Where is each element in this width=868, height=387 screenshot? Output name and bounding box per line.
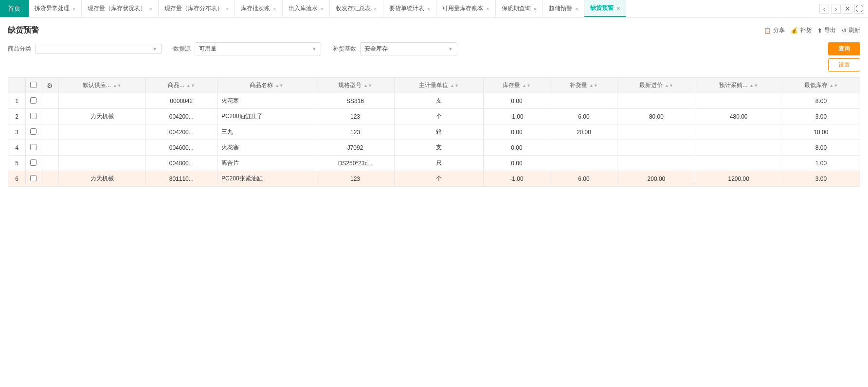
cell-num-2: 3 <box>8 124 26 140</box>
tab-stock2-close-icon[interactable]: × <box>226 6 229 12</box>
th-estimate: 预计采购... ▲▼ <box>695 78 782 93</box>
cell-check-5[interactable] <box>26 171 41 187</box>
cell-stock-0: 0.00 <box>483 93 550 109</box>
cell-num-3: 4 <box>8 140 26 156</box>
table-row: 2 力天机械 004200... PC200油缸庄子 123 个 -1.00 6… <box>8 109 860 124</box>
filter-datasource-select[interactable]: 可用量 ▼ <box>195 42 321 55</box>
cell-stock-3: 0.00 <box>483 140 550 156</box>
th-unit: 主计量单位 ▲▼ <box>395 78 483 93</box>
tab-shortage-close-icon[interactable]: × <box>616 5 619 11</box>
row-checkbox-1[interactable] <box>30 113 36 119</box>
tab-shortage-label: 缺货预警 <box>590 4 614 12</box>
cell-replenish-3 <box>550 140 617 156</box>
cell-check-2[interactable] <box>26 124 41 140</box>
row-checkbox-2[interactable] <box>30 128 36 135</box>
nav-next-btn[interactable]: › <box>831 4 841 14</box>
cell-supplier-0 <box>59 93 146 109</box>
tab-expiry-close-icon[interactable]: × <box>534 6 537 12</box>
cell-check-1[interactable] <box>26 109 41 124</box>
tab-home[interactable]: 首页 <box>0 0 29 17</box>
cell-code-5: 801110... <box>145 171 217 187</box>
row-checkbox-5[interactable] <box>30 175 36 181</box>
nav-fullscreen-btn[interactable]: ⛶ <box>854 4 864 14</box>
th-name-sort-icon[interactable]: ▲▼ <box>275 83 284 88</box>
row-checkbox-3[interactable] <box>30 144 36 150</box>
tab-inout-close-icon[interactable]: × <box>321 6 324 12</box>
tab-overstock[interactable]: 超储预警× <box>543 0 584 17</box>
row-checkbox-4[interactable] <box>30 159 36 166</box>
settings-gear-icon[interactable]: ⚙ <box>47 82 53 89</box>
settings-button[interactable]: 设置 <box>828 58 860 71</box>
filter-replenish-group: 补货基数 安全库存 ▼ <box>333 42 457 55</box>
cell-settings-0 <box>41 93 59 109</box>
tab-demand-close-icon[interactable]: × <box>427 6 430 12</box>
top-nav: 首页 拣货异常处理×现存量（库存状况表）×现存量（库存分布表）×库存批次账×出入… <box>0 0 868 18</box>
table-row: 4 004600... 火花塞 J7092 支 0.00 8.00 <box>8 140 860 156</box>
th-code-sort-icon[interactable]: ▲▼ <box>186 83 195 88</box>
tab-inout[interactable]: 出入库流水× <box>283 0 330 17</box>
header-actions: 📋 分享 💰 补货 ⬆ 导出 ↺ 刷新 <box>764 26 860 35</box>
th-estimate-sort-icon[interactable]: ▲▼ <box>749 83 758 88</box>
export-button[interactable]: ⬆ 导出 <box>817 26 836 35</box>
nav-tabs-container: 拣货异常处理×现存量（库存状况表）×现存量（库存分布表）×库存批次账×出入库流水… <box>29 0 626 17</box>
cell-unit-4: 只 <box>395 156 483 171</box>
tab-available-close-icon[interactable]: × <box>486 6 489 12</box>
filter-datasource-arrow-icon: ▼ <box>312 46 317 52</box>
share-button[interactable]: 📋 分享 <box>764 26 785 35</box>
cell-price-4 <box>617 156 695 171</box>
refresh-button[interactable]: ↺ 刷新 <box>842 26 860 35</box>
cell-minstock-3: 8.00 <box>782 140 860 156</box>
tab-expiry-label: 保质期查询 <box>502 4 531 13</box>
th-minstock-sort-icon[interactable]: ▲▼ <box>830 83 838 88</box>
tab-expiry[interactable]: 保质期查询× <box>496 0 543 17</box>
tab-available[interactable]: 可用量库存账本× <box>436 0 495 17</box>
th-unit-sort-icon[interactable]: ▲▼ <box>450 83 459 88</box>
th-spec-sort-icon[interactable]: ▲▼ <box>363 83 372 88</box>
tab-batch[interactable]: 库存批次账× <box>235 0 282 17</box>
tab-stock1-close-icon[interactable]: × <box>149 6 152 12</box>
tab-abnormal[interactable]: 拣货异常处理× <box>29 0 82 17</box>
share-icon: 📋 <box>764 27 771 34</box>
cell-replenish-0 <box>550 93 617 109</box>
cell-spec-4: DS250*23c... <box>316 156 395 171</box>
replenish-label: 补货 <box>800 26 812 35</box>
th-name-label: 商品名称 <box>250 81 273 89</box>
th-stock-sort-icon[interactable]: ▲▼ <box>522 83 531 88</box>
th-supplier-sort-icon[interactable]: ▲▼ <box>113 83 122 88</box>
tab-demand[interactable]: 要货单统计表× <box>383 0 436 17</box>
cell-replenish-5: 6.00 <box>550 171 617 187</box>
query-button[interactable]: 查询 <box>828 42 860 55</box>
nav-prev-btn[interactable]: ‹ <box>819 4 829 14</box>
page-header: 缺货预警 📋 分享 💰 补货 ⬆ 导出 ↺ 刷新 <box>8 25 860 35</box>
table-row: 6 力天机械 801110... PC200张紧油缸 123 个 -1.00 6… <box>8 171 860 187</box>
cell-unit-5: 个 <box>395 171 483 187</box>
cell-check-3[interactable] <box>26 140 41 156</box>
th-supplier: 默认供应... ▲▼ <box>59 78 146 93</box>
replenish-button[interactable]: 💰 补货 <box>791 26 812 35</box>
tab-receipt-close-icon[interactable]: × <box>374 6 377 12</box>
filter-replenish-select[interactable]: 安全库存 ▼ <box>360 42 457 55</box>
filter-category-select[interactable]: ▼ <box>35 44 162 54</box>
tab-abnormal-close-icon[interactable]: × <box>72 6 75 12</box>
nav-close-btn[interactable]: ✕ <box>843 4 852 14</box>
th-check <box>26 78 41 93</box>
action-button-area: 查询 设置 <box>828 42 860 71</box>
tab-stock1[interactable]: 现存量（库存状况表）× <box>82 0 158 17</box>
cell-spec-3: J7092 <box>316 140 395 156</box>
filter-category-label: 商品分类 <box>8 45 31 53</box>
tab-stock2[interactable]: 现存量（库存分布表）× <box>159 0 235 17</box>
filter-replenish-label: 补货基数 <box>333 45 356 53</box>
cell-unit-2: 箱 <box>395 124 483 140</box>
cell-check-4[interactable] <box>26 156 41 171</box>
th-replenish-sort-icon[interactable]: ▲▼ <box>589 83 598 88</box>
cell-minstock-4: 1.00 <box>782 156 860 171</box>
row-checkbox-0[interactable] <box>30 97 36 104</box>
tab-batch-close-icon[interactable]: × <box>273 6 276 12</box>
cell-name-3: 火花塞 <box>217 140 316 156</box>
tab-overstock-close-icon[interactable]: × <box>575 6 578 12</box>
th-price-sort-icon[interactable]: ▲▼ <box>665 83 673 88</box>
cell-check-0[interactable] <box>26 93 41 109</box>
tab-receipt[interactable]: 收发存汇总表× <box>330 0 383 17</box>
select-all-checkbox[interactable] <box>30 82 36 88</box>
tab-shortage[interactable]: 缺货预警× <box>584 0 626 17</box>
